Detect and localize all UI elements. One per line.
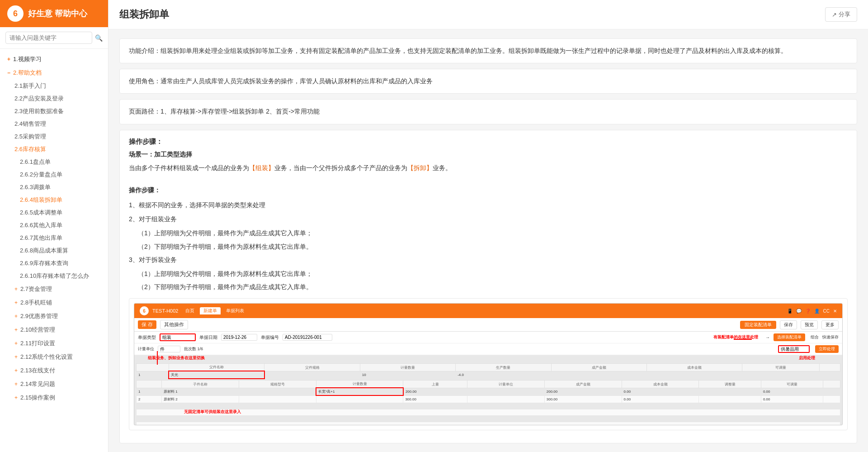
main-header: 组装拆卸单 ↗ 分享 [108, 0, 868, 29]
ss-sub-col-upper: 上量 [403, 381, 467, 388]
ss-sub-col-spec: 规格型号 [239, 381, 316, 388]
ss-titlebar: 6 TEST-H002 自页 新建单 单据列表 📱 💬 ❓ 👤 CC [134, 304, 842, 318]
sidebar-item-purchase[interactable]: 2.5采购管理 [0, 130, 108, 143]
ss-order-type-input[interactable] [160, 333, 196, 341]
sidebar-item-faq[interactable]: + 2.14常见问题 [0, 377, 108, 391]
ss-icon-1: 📱 [787, 309, 793, 314]
sidebar-item-newcomer[interactable]: 2.1新手入门 [0, 80, 108, 92]
sidebar-header: 6 好生意 帮助中心 [0, 0, 108, 27]
ss-col-checkbox [137, 364, 169, 371]
sidebar-item-262[interactable]: 2.6.2分量盘点单 [0, 168, 108, 181]
sidebar-item-operation[interactable]: + 2.10经营管理 [0, 323, 108, 337]
ss-sub-cell-1-adj [699, 388, 761, 395]
ss-btn-save[interactable]: 保 存 [138, 320, 156, 329]
sidebar-item-269[interactable]: 2.6.9库存账本查询 [0, 257, 108, 270]
ss-unit-label: 计量单位 [138, 346, 154, 352]
sidebar-item-fund[interactable]: + 2.7资金管理 [0, 282, 108, 296]
ss-tab-new[interactable]: 新建单 [200, 307, 221, 314]
sidebar-item-coupon[interactable]: + 2.9优惠券管理 [0, 309, 108, 323]
ss-sub-cell-1-upper: 200.00 [403, 388, 467, 395]
sidebar-item-266[interactable]: 2.6.6其他入库单 [0, 219, 108, 232]
ss-fixed-bom-btn[interactable]: 固定装配清单 [740, 321, 776, 329]
sidebar-item-docs[interactable]: − 2.帮助文档 [0, 66, 108, 80]
ss-sub-cell-1-act [823, 388, 840, 395]
ss-sub-cell-2-unit [467, 395, 544, 403]
search-icon[interactable]: 🔍 [95, 34, 103, 42]
step3: 3、对于拆装业务 [129, 254, 848, 266]
ss-sub-cell-2-act [823, 395, 840, 403]
fund-expand-icon: + [14, 286, 18, 292]
ss-order-input[interactable] [283, 334, 332, 341]
ss-sub-empty-5 [137, 415, 840, 422]
ss-col-prod-amt: 成产金额 [551, 364, 646, 371]
sidebar-item-system[interactable]: + 2.12系统个性化设置 [0, 350, 108, 364]
sidebar-item-268[interactable]: 2.6.8商品成本重算 [0, 244, 108, 257]
ss-sub-col-unit: 计量单位 [467, 381, 544, 388]
ss-col-measure: 计量数量 [360, 364, 455, 371]
sidebar-item-263[interactable]: 2.6.3调拨单 [0, 181, 108, 194]
sidebar-item-mobile[interactable]: + 2.8手机旺铺 [0, 296, 108, 309]
main-content: 组装拆卸单 ↗ 分享 功能介绍：组装拆卸单用来处理企业组装或拆卸等加工业务，支持… [108, 0, 868, 452]
sidebar-item-267[interactable]: 2.6.7其他出库单 [0, 232, 108, 244]
ss-sub-row-1: 1 原材料 1 长宽*高+1 200.00 200.00 0.00 0 [137, 388, 840, 395]
ss-close-icon[interactable]: ✕ [833, 309, 837, 314]
mobile-expand-icon: + [14, 300, 18, 306]
sidebar-item-cases[interactable]: + 2.15操作案例 [0, 391, 108, 404]
sidebar-item-install[interactable]: 2.2产品安装及登录 [0, 92, 108, 105]
ss-annotation-text2: 组装业务、拆卸业务在这里切换 [148, 355, 205, 361]
ss-btn-other[interactable]: 其他操作 [160, 320, 188, 329]
sidebar-item-265[interactable]: 2.6.5成本调整单 [0, 206, 108, 219]
ss-icon-3: ❓ [805, 309, 811, 314]
ss-sub-cell-1-check: 1 [137, 388, 162, 395]
ss-annotation-text4: 无固定清单可供组装在这里录入 [184, 409, 241, 414]
ss-select-bom-btn[interactable]: 选择装配清单 [774, 333, 805, 341]
sidebar-item-sales[interactable]: 2.4销售管理 [0, 118, 108, 130]
ss-annotation-row: 组装业务、拆卸业务在这里切换 启用处理 [134, 355, 842, 363]
ss-sub-row-6 [137, 422, 840, 425]
ss-sub-row-3 [137, 403, 840, 409]
ss-sub-empty-6 [137, 422, 840, 425]
ss-confirm-btn[interactable]: 立即处理 [815, 345, 839, 353]
ss-titlebar-right: 📱 💬 ❓ 👤 CC ✕ [787, 309, 837, 314]
assembly-keyword: 【组装】 [249, 164, 274, 171]
ss-sub-cell-1-avail: 0.00 [761, 388, 823, 395]
steps-title: 操作步骤： [129, 138, 848, 146]
ss-cell-parent-name: 关光 [169, 371, 264, 379]
ss-col-avail: 可调量 [742, 364, 819, 371]
search-input[interactable] [5, 32, 92, 44]
ss-supplier-input[interactable] [778, 345, 810, 353]
ss-sub-col-check [137, 381, 162, 388]
ss-unit-input[interactable] [158, 346, 180, 352]
ss-date-input[interactable] [221, 334, 257, 341]
ss-btn-preview[interactable]: 预览 [801, 320, 818, 329]
ss-sub-cell-1-unit [467, 388, 544, 395]
ss-red-arrow-1 [734, 339, 752, 340]
ss-sub-cell-1-cost: 0.00 [622, 388, 699, 395]
ss-btn-more[interactable]: 更多 [821, 320, 839, 329]
ss-toolbar: 保 存 其他操作 固定装配清单 保存 预览 更多 [134, 318, 842, 332]
page-title: 组装拆卸单 [119, 8, 169, 21]
ss-sub-col-adj: 调整量 [699, 381, 761, 388]
sidebar-item-print[interactable]: + 2.11打印设置 [0, 337, 108, 350]
sidebar-item-261[interactable]: 2.6.1盘点单 [0, 156, 108, 168]
ss-nav-home: 自页 [185, 308, 194, 314]
ss-sub-cell-1-qty: 长宽*高+1 [316, 388, 403, 395]
ss-cell-measure: 10 [360, 371, 455, 379]
share-button[interactable]: ↗ 分享 [825, 7, 857, 22]
ss-btn-save2[interactable]: 保存 [780, 320, 797, 329]
ss-icon-2: 💬 [796, 309, 802, 314]
sidebar-item-264[interactable]: 2.6.4组装拆卸单 [0, 194, 108, 206]
sidebar-item-docs-label: 2.帮助文档 [13, 69, 42, 77]
sidebar-item-inventory[interactable]: 2.6库存核算 [0, 143, 108, 156]
step2: 2、对于组装业务 [129, 214, 848, 225]
ss-tab-list[interactable]: 单据列表 [226, 308, 244, 314]
ss-sub-col-cost: 成本金额 [622, 381, 699, 388]
sidebar-item-2610[interactable]: 2.6.10库存账本错了怎么办 [0, 270, 108, 282]
sidebar-item-data-prep[interactable]: 2.3使用前数据准备 [0, 105, 108, 118]
faq-expand-icon: + [14, 381, 18, 387]
ss-sub-cell-2-cost: 0.00 [622, 395, 699, 403]
sidebar-item-video[interactable]: + 1.视频学习 [0, 52, 108, 66]
role-text: 使用角色：通常由生产人员或库管人员完成拆装业务的操作，库管人员确认原材料的出库和… [129, 76, 848, 87]
ss-sub-col-name: 子件名称 [162, 381, 239, 388]
sidebar-item-payment[interactable]: + 2.13在线支付 [0, 364, 108, 377]
